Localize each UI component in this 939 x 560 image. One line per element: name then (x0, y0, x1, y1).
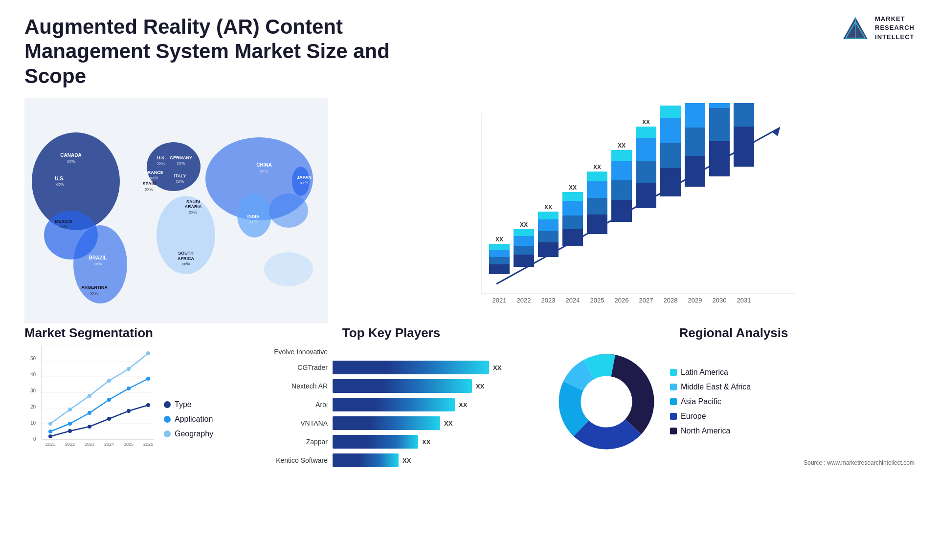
svg-text:2022: 2022 (517, 297, 531, 304)
svg-text:xx%: xx% (181, 261, 190, 266)
type-label: Type (175, 400, 192, 409)
svg-rect-57 (514, 246, 534, 255)
svg-text:2026: 2026 (143, 442, 153, 447)
svg-rect-51 (489, 257, 510, 264)
svg-point-145 (127, 387, 131, 390)
svg-text:40: 40 (30, 372, 36, 377)
svg-point-144 (107, 398, 111, 402)
bar-chart-svg: XX 2021 XX 2022 XX 2023 (352, 103, 905, 328)
svg-text:2030: 2030 (713, 297, 727, 304)
svg-text:60: 60 (27, 345, 33, 346)
legend-north-america: North America (670, 427, 751, 435)
svg-text:2025: 2025 (124, 442, 134, 447)
svg-point-151 (127, 409, 131, 413)
svg-rect-63 (538, 231, 559, 242)
svg-point-146 (146, 377, 150, 381)
svg-text:2028: 2028 (664, 297, 678, 304)
svg-rect-100 (685, 103, 705, 128)
player-name-cgtrader: CGTrader (245, 364, 328, 371)
svg-text:XX: XX (642, 119, 650, 126)
logo-text: MARKET RESEARCH INTELLECT (875, 15, 915, 42)
svg-text:2027: 2027 (639, 297, 653, 304)
svg-text:GERMANY: GERMANY (170, 155, 192, 160)
svg-rect-82 (611, 161, 632, 180)
svg-rect-75 (587, 198, 607, 215)
source-text: Source : www.marketresearchintellect.com (553, 459, 915, 466)
player-row-zappar: Zappar XX (245, 435, 538, 449)
segmentation-chart: 0 10 20 30 40 50 60 (24, 345, 156, 453)
world-map-svg: CANADA xx% U.S. xx% MEXICO xx% BRAZIL xx… (24, 98, 328, 323)
svg-rect-98 (685, 156, 705, 187)
svg-text:2024: 2024 (566, 297, 580, 304)
svg-text:U.K.: U.K. (157, 155, 166, 160)
svg-text:JAPAN: JAPAN (297, 175, 312, 180)
svg-text:XX: XX (593, 164, 601, 171)
svg-rect-106 (709, 103, 730, 108)
svg-rect-95 (660, 106, 681, 118)
xx-cgtrader: XX (493, 364, 501, 371)
player-name-nextech: Nextech AR (245, 382, 328, 390)
svg-rect-53 (489, 244, 510, 250)
svg-text:20: 20 (30, 404, 36, 409)
legend-geography: Geography (164, 430, 213, 438)
svg-text:xx%: xx% (300, 180, 308, 185)
player-name-arbi: Arbi (245, 401, 328, 409)
svg-text:MEXICO: MEXICO (55, 219, 72, 224)
svg-text:SPAIN: SPAIN (143, 181, 156, 186)
svg-point-149 (88, 425, 91, 429)
player-name-vntana: VNTANA (245, 419, 328, 427)
north-america-label: North America (681, 427, 730, 435)
xx-zappar: XX (422, 438, 430, 446)
svg-text:XX: XX (618, 142, 626, 149)
svg-rect-81 (611, 180, 632, 200)
xx-nextech: XX (476, 383, 484, 390)
svg-text:AFRICA: AFRICA (178, 256, 194, 261)
segmentation-legend: Type Application Geography (164, 400, 213, 453)
svg-rect-74 (587, 215, 607, 234)
svg-rect-80 (611, 200, 632, 222)
svg-point-142 (68, 422, 72, 426)
svg-rect-76 (587, 181, 607, 198)
xx-arbi: XX (459, 401, 467, 409)
player-row-evolve: Evolve Innovative (245, 348, 538, 356)
middle-east-label: Middle East & Africa (681, 383, 751, 391)
svg-text:2025: 2025 (590, 297, 604, 304)
svg-rect-65 (538, 212, 559, 219)
regional-legend: Latin America Middle East & Africa Asia … (670, 368, 751, 435)
svg-rect-59 (514, 229, 534, 236)
svg-text:XX: XX (667, 103, 674, 105)
svg-text:0: 0 (33, 436, 36, 442)
svg-rect-86 (636, 183, 656, 208)
player-name-zappar: Zappar (245, 438, 328, 446)
player-row-nextech: Nextech AR XX (245, 379, 538, 393)
svg-point-148 (68, 429, 72, 433)
player-row-vntana: VNTANA XX (245, 416, 538, 430)
svg-text:xx%: xx% (145, 187, 153, 192)
svg-rect-104 (709, 141, 730, 176)
logo: MARKET RESEARCH INTELLECT (841, 15, 915, 42)
svg-text:10: 10 (30, 420, 36, 426)
svg-text:xx%: xx% (90, 291, 98, 296)
svg-text:xx%: xx% (157, 161, 165, 166)
svg-text:2023: 2023 (541, 297, 556, 304)
svg-rect-64 (538, 219, 559, 231)
svg-point-158 (581, 376, 632, 427)
regional-section: Regional Analysis (553, 325, 915, 472)
bar-zappar (333, 435, 418, 449)
svg-point-138 (107, 379, 111, 383)
svg-text:XX: XX (569, 184, 577, 191)
application-dot (164, 416, 171, 423)
svg-rect-56 (514, 255, 534, 267)
latin-america-label: Latin America (681, 368, 728, 377)
svg-text:CANADA: CANADA (60, 152, 81, 158)
legend-europe: Europe (670, 412, 751, 421)
svg-rect-88 (636, 138, 656, 161)
svg-point-139 (127, 367, 131, 371)
svg-text:2029: 2029 (688, 297, 702, 304)
player-name-kentico: Kentico Software (245, 456, 328, 464)
svg-text:XX: XX (520, 221, 528, 228)
svg-text:xx%: xx% (67, 159, 75, 164)
regional-donut (553, 348, 660, 455)
svg-text:xx%: xx% (177, 161, 185, 166)
bar-arbi (333, 398, 455, 411)
